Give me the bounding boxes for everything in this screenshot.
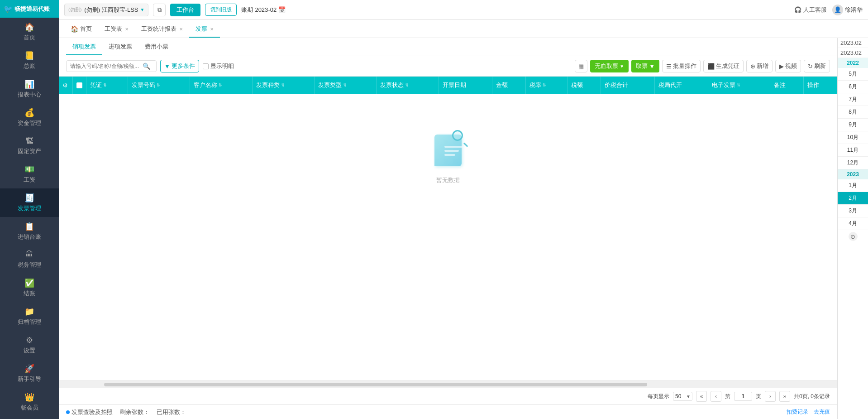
sidebar-item-assets[interactable]: 🏗 固定资产: [0, 132, 59, 160]
month-2022-07[interactable]: 7月: [838, 93, 868, 106]
th-checkbox[interactable]: [72, 77, 86, 94]
calendar-icon[interactable]: 📅: [278, 6, 286, 13]
user-info[interactable]: 👤 徐溶华: [832, 5, 863, 15]
tab-home[interactable]: 🏠 首页: [64, 21, 98, 38]
tab-invoice-close[interactable]: ✕: [210, 27, 214, 32]
search-input[interactable]: [70, 63, 143, 69]
gen-voucher-icon: ⬛: [707, 63, 715, 70]
sidebar-item-fund[interactable]: 💰 资金管理: [0, 103, 59, 132]
sort-customer-icon[interactable]: ⇅: [219, 83, 222, 87]
subtab-expense[interactable]: 费用小票: [138, 39, 175, 55]
invoice-table: ⚙ 凭证⇅ 发票号码⇅ 客户名: [59, 77, 837, 221]
video-button[interactable]: ▶ 视频: [775, 60, 801, 72]
gen-voucher-button[interactable]: ⬛ 生成凭证: [703, 60, 744, 72]
sidebar-item-sales[interactable]: 📋 进销台账: [0, 217, 59, 246]
page-size-select[interactable]: 50 20 100: [673, 392, 692, 401]
show-detail-checkbox[interactable]: [203, 63, 209, 69]
subtab-sales[interactable]: 销项发票: [66, 39, 102, 55]
page-size-select-wrap[interactable]: 50 20 100 ▼: [673, 392, 692, 401]
sort-taxrate-icon[interactable]: ⇅: [543, 83, 546, 87]
subtab-purchase[interactable]: 进项发票: [102, 39, 138, 55]
invoice-toolbar: 🔍 ▼ 更多条件 显示明细 ▦ 无血取票 ▼: [59, 56, 837, 77]
sidebar-item-tax[interactable]: 🏛 税务管理: [0, 246, 59, 274]
month-2022-11[interactable]: 11月: [838, 144, 868, 157]
column-settings-icon[interactable]: ⚙: [62, 82, 68, 89]
tab-salary-stat[interactable]: 工资统计报表 ✕: [135, 21, 189, 38]
month-2022-06[interactable]: 6月: [838, 81, 868, 93]
invoice-panel: 销项发票 进项发票 费用小票 🔍 ▼ 更多条件: [59, 38, 837, 419]
batch-icon: ☰: [666, 63, 672, 70]
sidebar-item-invoice[interactable]: 🧾 发票管理: [0, 188, 59, 217]
sidebar-item-home[interactable]: 🏠 首页: [0, 18, 59, 46]
show-detail-wrap[interactable]: 显示明细: [203, 62, 234, 70]
page-input[interactable]: [734, 392, 752, 401]
next-page-btn[interactable]: ›: [765, 391, 776, 402]
sort-einvoice-icon[interactable]: ⇅: [737, 83, 740, 87]
company-selector[interactable]: (勿删) (勿删) 江西股宝-LSS ▼: [64, 4, 148, 16]
month-2022-09[interactable]: 9月: [838, 119, 868, 131]
sort-status-icon[interactable]: ⇅: [405, 83, 409, 87]
first-page-btn[interactable]: «: [696, 391, 707, 402]
date-panel-scroll[interactable]: 2023.02 2023.02 2022 5月 6月 7月 8月 9月 10月 …: [838, 38, 868, 419]
new-button[interactable]: ⊕ 新增: [746, 60, 773, 72]
sort-cat-icon[interactable]: ⇅: [343, 83, 347, 87]
th-setting[interactable]: ⚙: [59, 77, 72, 94]
horizontal-scrollbar[interactable]: [59, 380, 837, 388]
select-all-checkbox[interactable]: [76, 82, 82, 88]
sidebar-item-member[interactable]: 👑 畅会员: [0, 388, 59, 416]
sidebar-item-reports[interactable]: 📊 报表中心: [0, 75, 59, 103]
tabbar: 🏠 首页 工资表 ✕ 工资统计报表 ✕ 发票 ✕: [59, 20, 868, 38]
ledger-icon: 📒: [24, 51, 34, 61]
subtab-purchase-label: 进项发票: [109, 43, 132, 50]
sort-voucher-icon[interactable]: ⇅: [103, 83, 107, 87]
tab-invoice[interactable]: 发票 ✕: [189, 21, 220, 38]
workbench-button[interactable]: 工作台: [170, 4, 200, 16]
refresh-button[interactable]: ↻ 刷新: [804, 60, 830, 72]
no-ticket-button[interactable]: 无血取票 ▼: [590, 60, 629, 72]
month-2023-03[interactable]: 3月: [838, 205, 868, 217]
sidebar-item-general-ledger[interactable]: 📒 总账: [0, 46, 59, 75]
month-2023-04[interactable]: 4月: [838, 217, 868, 230]
sort-type-icon[interactable]: ⇅: [281, 83, 285, 87]
month-2023-02[interactable]: 2月: [838, 192, 868, 205]
batch-op-button[interactable]: ☰ 批量操作: [662, 60, 701, 72]
switch-old-button[interactable]: 切到旧版: [205, 4, 237, 16]
filter-button[interactable]: ▼ 更多条件: [160, 60, 199, 72]
recharge-link[interactable]: 去充值: [814, 408, 830, 416]
sidebar-label-guide: 新手引导: [18, 375, 41, 383]
tab-home-label: 首页: [80, 25, 92, 33]
grid-settings-btn[interactable]: ▦: [575, 60, 587, 72]
sort-invoice-no-icon[interactable]: ⇅: [157, 83, 160, 87]
tab-salary-table[interactable]: 工资表 ✕: [98, 21, 135, 38]
prev-page-btn[interactable]: ‹: [711, 391, 721, 402]
date-panel-close-btn[interactable]: ✕: [837, 38, 838, 56]
month-2023-01[interactable]: 1月: [838, 179, 868, 192]
magnifier-circle: [452, 130, 463, 141]
sidebar-item-settings[interactable]: ⚙ 设置: [0, 331, 59, 359]
month-2022-05[interactable]: 5月: [838, 68, 868, 81]
invoice-icon: 🧾: [24, 193, 34, 203]
sidebar-item-archive[interactable]: 📁 归档管理: [0, 302, 59, 331]
fee-record-link[interactable]: 扣费记录: [787, 408, 808, 416]
sidebar-item-salary[interactable]: 💵 工资: [0, 160, 59, 188]
customer-service-btn[interactable]: 🎧 人工客服: [794, 6, 827, 14]
month-2022-10[interactable]: 10月: [838, 131, 868, 144]
copy-company-btn[interactable]: ⧉: [153, 4, 166, 16]
month-2022-08[interactable]: 8月: [838, 106, 868, 119]
get-ticket-button[interactable]: 取票 ▼: [631, 60, 659, 72]
period-row-1[interactable]: 2023.02: [838, 38, 868, 48]
sidebar-item-guide[interactable]: 🚀 新手引导: [0, 359, 59, 388]
sidebar-bottom-pin[interactable]: ◀◀ 取消固定: [0, 416, 59, 419]
th-remark: 备注: [770, 77, 804, 94]
date-collapse-btn[interactable]: ⊙: [849, 232, 858, 241]
month-2022-12[interactable]: 12月: [838, 157, 868, 169]
tab-salary-close[interactable]: ✕: [125, 27, 129, 32]
subtab-sales-label: 销项发票: [72, 43, 96, 50]
last-page-btn[interactable]: »: [779, 391, 790, 402]
sidebar-item-closing[interactable]: ✅ 结账: [0, 274, 59, 302]
th-invoice-cat: 发票类型⇅: [315, 77, 377, 94]
tab-salary-stat-close[interactable]: ✕: [179, 27, 183, 32]
search-icon[interactable]: 🔍: [143, 63, 150, 70]
period-row-2[interactable]: 2023.02: [838, 48, 868, 58]
scrollbar-thumb[interactable]: [104, 383, 647, 386]
